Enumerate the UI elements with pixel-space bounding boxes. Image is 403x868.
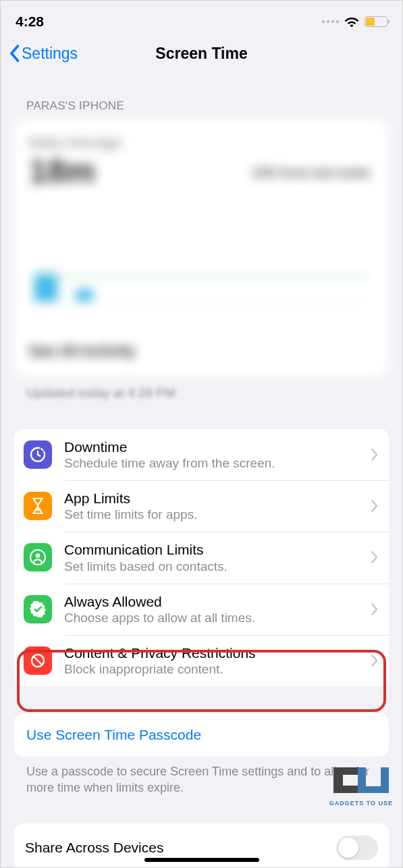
row-always-allowed[interactable]: Always Allowed Choose apps to allow at a…: [14, 584, 389, 635]
daily-average-label: Daily Average: [29, 134, 374, 151]
share-toggle[interactable]: [336, 836, 378, 860]
row-title: Communication Limits: [64, 541, 366, 558]
watermark: GADGETS TO USE: [329, 762, 393, 807]
row-sub: Schedule time away from the screen.: [64, 456, 366, 471]
row-use-passcode[interactable]: Use Screen Time Passcode: [14, 713, 389, 757]
battery-icon: [365, 16, 387, 27]
person-circle-icon: [24, 543, 52, 571]
svg-rect-9: [343, 775, 354, 779]
row-communication-limits[interactable]: Communication Limits Set limits based on…: [14, 532, 389, 583]
no-symbol-icon: [24, 646, 52, 675]
home-indicator[interactable]: [144, 858, 259, 862]
row-title: App Limits: [64, 490, 366, 507]
chevron-right-icon: [371, 655, 378, 667]
svg-rect-7: [333, 767, 341, 793]
row-sub: Choose apps to allow at all times.: [64, 611, 366, 626]
svg-rect-13: [358, 786, 389, 793]
share-title: Share Across Devices: [25, 840, 163, 856]
screen-frame: 4:28 Settings Screen Time PARAS'S IPHONE…: [0, 0, 403, 868]
chevron-right-icon: [371, 603, 378, 615]
row-content-privacy[interactable]: Content & Privacy Restrictions Block ina…: [14, 635, 389, 686]
wifi-icon: [344, 16, 359, 27]
svg-line-3: [34, 657, 42, 665]
row-sub: Block inappropriate content.: [64, 662, 366, 677]
chevron-right-icon: [371, 500, 378, 512]
status-right: [322, 16, 387, 27]
svg-point-1: [36, 554, 40, 558]
cellular-icon: [322, 20, 339, 23]
watermark-text: GADGETS TO USE: [329, 800, 393, 807]
status-time: 4:28: [16, 14, 44, 30]
watermark-logo-icon: [329, 762, 393, 798]
status-bar: 4:28: [1, 1, 402, 34]
daily-average-card[interactable]: Daily Average 18m 14% from last week See…: [14, 120, 389, 376]
daily-chart: [34, 214, 369, 302]
hourglass-icon: [24, 492, 52, 520]
updated-text: Updated today at 4:28 PM: [14, 376, 389, 403]
row-title: Always Allowed: [64, 593, 366, 610]
daily-stat: 14% from last week: [252, 165, 370, 180]
nav-bar: Settings Screen Time: [1, 34, 402, 72]
row-sub: Set limits based on contacts.: [64, 559, 366, 574]
row-downtime[interactable]: Downtime Schedule time away from the scr…: [14, 429, 389, 480]
checkmark-seal-icon: [24, 595, 52, 623]
row-app-limits[interactable]: App Limits Set time limits for apps.: [14, 480, 389, 532]
row-title: Content & Privacy Restrictions: [64, 644, 366, 661]
downtime-icon: [24, 440, 52, 469]
section-header: PARAS'S IPHONE: [14, 72, 389, 120]
see-all-activity[interactable]: See All Activity: [29, 342, 135, 360]
page-title: Screen Time: [1, 45, 402, 63]
row-sub: Set time limits for apps.: [64, 507, 366, 522]
chevron-right-icon: [371, 449, 378, 461]
row-title: Downtime: [64, 438, 366, 455]
settings-list: Downtime Schedule time away from the scr…: [14, 429, 389, 686]
scroll-area[interactable]: PARAS'S IPHONE Daily Average 18m 14% fro…: [1, 72, 402, 868]
chevron-right-icon: [371, 551, 378, 563]
